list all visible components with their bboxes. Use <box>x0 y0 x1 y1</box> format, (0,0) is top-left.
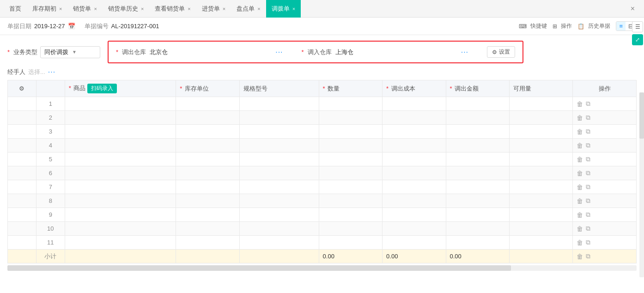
warehouse-in-req: * <box>302 49 304 55</box>
delete-icon-subtotal[interactable]: 🗑 <box>577 253 583 260</box>
window-close-button[interactable]: × <box>625 5 640 13</box>
shortcuts-btn[interactable]: ⌨ 快捷键 <box>519 22 547 30</box>
tab-view-sales-close[interactable]: × <box>188 6 190 12</box>
copy-icon-11[interactable]: ⧉ <box>586 238 590 246</box>
view-list-btn[interactable]: ≡ <box>616 22 626 31</box>
business-type-select[interactable]: 同价调拨 ▼ <box>40 46 100 58</box>
row-goods-2[interactable] <box>65 111 176 125</box>
delete-icon-4[interactable]: 🗑 <box>577 142 583 149</box>
row-qty-2[interactable] <box>319 111 382 125</box>
business-type-label: 业务类型 <box>13 48 37 56</box>
tab-purchase[interactable]: 进货单 × <box>196 0 231 18</box>
col-header-gear[interactable]: ⚙ <box>8 80 36 97</box>
row-gear-2 <box>8 111 36 125</box>
copy-icon-subtotal[interactable]: ⧉ <box>586 252 590 260</box>
panel-list-btn[interactable]: ☰ <box>632 21 643 32</box>
row-cost-1[interactable] <box>383 97 446 111</box>
warehouse-out-more-btn[interactable]: ··· <box>275 48 283 56</box>
operations-btn[interactable]: ⊞ 操作 <box>553 22 572 30</box>
warehouse-in-more-btn[interactable]: ··· <box>461 48 468 56</box>
warehouse-out-label: 调出仓库 <box>122 48 146 56</box>
warehouse-out-req: * <box>116 49 118 55</box>
delete-icon-11[interactable]: 🗑 <box>577 239 583 246</box>
tab-purchase-close[interactable]: × <box>223 6 225 12</box>
delete-icon-3[interactable]: 🗑 <box>577 128 583 135</box>
tab-transfer[interactable]: 调拨单 × <box>266 0 301 18</box>
vertical-scrollbar[interactable] <box>639 92 644 271</box>
row-spec-2[interactable] <box>239 111 319 125</box>
col-header-unit: * 库存单位 <box>176 80 239 97</box>
doc-label: 单据编号 <box>85 22 109 31</box>
row-op-1: 🗑 ⧉ <box>573 97 637 111</box>
date-label: 单据日期 <box>7 22 31 31</box>
tab-stocktake-close[interactable]: × <box>257 6 260 12</box>
row-avail-1[interactable] <box>510 97 573 111</box>
delete-icon-6[interactable]: 🗑 <box>577 170 583 177</box>
row-amount-2[interactable] <box>446 111 509 125</box>
tab-inventory-init[interactable]: 库存期初 × <box>27 0 67 18</box>
settings-button[interactable]: ⚙ 设置 <box>487 46 515 58</box>
form-row-1: * 业务类型 同价调拨 ▼ * 调出仓库 北京仓 ··· * 调入仓库 上海仓 … <box>7 41 637 63</box>
subtotal-label: 小计 <box>36 250 65 263</box>
row-avail-2[interactable] <box>510 111 573 125</box>
delete-icon-5[interactable]: 🗑 <box>577 156 583 163</box>
copy-icon-2[interactable]: ⧉ <box>586 114 590 122</box>
row-num-2: 2 <box>36 111 65 125</box>
delete-icon-8[interactable]: 🗑 <box>577 197 583 205</box>
scan-btn[interactable]: 扫码录入 <box>87 84 117 93</box>
tab-stocktake[interactable]: 盘点单 × <box>231 0 266 18</box>
row-amount-1[interactable] <box>446 97 509 111</box>
copy-icon-10[interactable]: ⧉ <box>586 225 590 232</box>
row-op-2: 🗑 ⧉ <box>573 111 637 125</box>
tab-sales-history-label: 销货单历史 <box>108 5 138 13</box>
horizontal-scrollbar[interactable] <box>7 265 637 271</box>
copy-icon-1[interactable]: ⧉ <box>586 100 590 108</box>
person-more-btn[interactable]: ··· <box>48 68 55 76</box>
vertical-scroll-thumb[interactable] <box>639 92 644 139</box>
tab-sales-history[interactable]: 销货单历史 × <box>103 0 149 18</box>
row-goods-1[interactable] <box>65 97 176 111</box>
copy-icon-5[interactable]: ⧉ <box>586 155 590 163</box>
tab-transfer-label: 调拨单 <box>272 5 290 13</box>
row-qty-1[interactable] <box>319 97 382 111</box>
row-unit-2[interactable] <box>176 111 239 125</box>
panel-expand-btn[interactable]: ⤢ <box>632 34 643 45</box>
copy-icon-6[interactable]: ⧉ <box>586 169 590 177</box>
tab-home[interactable]: 首页 <box>4 0 27 18</box>
tab-sales-order[interactable]: 销货单 × <box>67 0 102 18</box>
col-header-goods: * 商品 扫码录入 <box>65 80 176 97</box>
tab-sales-order-close[interactable]: × <box>94 6 97 12</box>
scroll-thumb[interactable] <box>7 265 511 271</box>
form-area: * 业务类型 同价调拨 ▼ * 调出仓库 北京仓 ··· * 调入仓库 上海仓 … <box>0 35 644 80</box>
history-btn[interactable]: 📋 历史单据 <box>577 22 610 30</box>
tab-inventory-init-close[interactable]: × <box>59 6 62 12</box>
row-spec-1[interactable] <box>239 97 319 111</box>
calendar-icon[interactable]: 📅 <box>68 23 75 30</box>
tab-bar: 首页 库存期初 × 销货单 × 销货单历史 × 查看销货单 × 进货单 × 盘点… <box>0 0 644 18</box>
delete-icon-10[interactable]: 🗑 <box>577 225 583 232</box>
date-value[interactable]: 2019-12-27 <box>34 23 65 30</box>
warehouse-box: * 调出仓库 北京仓 ··· * 调入仓库 上海仓 ··· ⚙ 设置 <box>108 41 523 63</box>
row-unit-1[interactable] <box>176 97 239 111</box>
copy-icon-4[interactable]: ⧉ <box>586 141 590 149</box>
table-row: 3 🗑⧉ <box>8 125 637 139</box>
tab-view-sales[interactable]: 查看销货单 × <box>149 0 196 18</box>
person-select[interactable]: 选择... <box>28 68 45 76</box>
tab-transfer-close[interactable]: × <box>292 6 295 12</box>
row-cost-2[interactable] <box>383 111 446 125</box>
warehouse-in-value: 上海仓 <box>335 48 457 56</box>
warehouse-out-field: * 调出仓库 北京仓 ··· <box>116 48 283 56</box>
delete-icon-9[interactable]: 🗑 <box>577 211 583 219</box>
copy-icon-8[interactable]: ⧉ <box>586 197 590 205</box>
delete-icon-2[interactable]: 🗑 <box>577 114 583 122</box>
delete-icon-7[interactable]: 🗑 <box>577 183 583 191</box>
table-row: 7 🗑⧉ <box>8 180 637 194</box>
copy-icon-7[interactable]: ⧉ <box>586 183 590 191</box>
col-header-avail: 可用量 <box>510 80 573 97</box>
delete-icon-1[interactable]: 🗑 <box>577 100 583 108</box>
right-panel: ☰ ⤢ <box>631 18 644 49</box>
copy-icon-9[interactable]: ⧉ <box>586 211 590 219</box>
tab-sales-history-close[interactable]: × <box>141 6 144 12</box>
copy-icon-3[interactable]: ⧉ <box>586 128 590 135</box>
date-field: 单据日期 2019-12-27 📅 <box>7 22 75 31</box>
